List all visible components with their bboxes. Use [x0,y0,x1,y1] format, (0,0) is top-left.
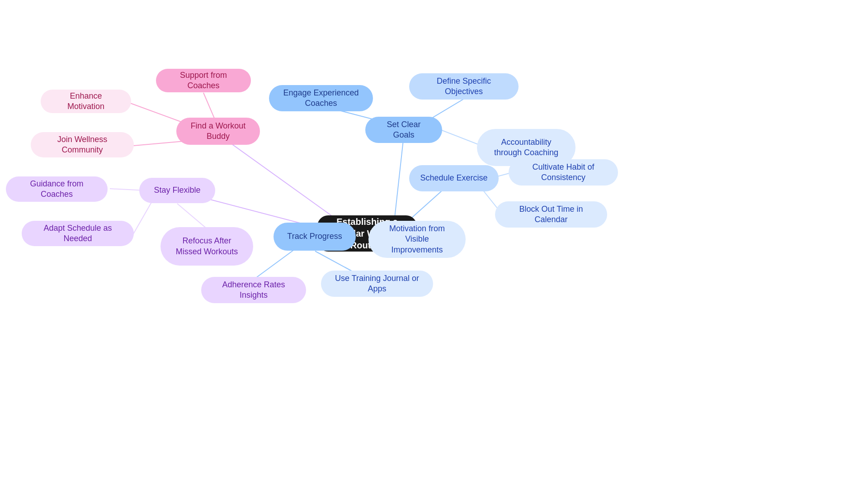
svg-line-11 [254,247,298,279]
join-wellness-node: Join Wellness Community [31,132,134,157]
adherence-rates-node: Adherence Rates Insights [201,277,306,303]
define-objectives-node: Define Specific Objectives [409,73,519,100]
find-workout-buddy-node: Find a Workout Buddy [176,118,260,145]
engage-coaches-node: Engage Experienced Coaches [269,85,373,111]
svg-line-13 [315,251,353,271]
adapt-schedule-node: Adapt Schedule as Needed [22,221,134,246]
svg-line-10 [177,204,207,228]
svg-line-0 [217,133,340,222]
schedule-exercise-node: Schedule Exercise [409,165,499,191]
motivation-visible-node: Motivation from Visible Improvements [368,221,466,258]
svg-line-16 [441,130,479,145]
set-clear-goals-node: Set Clear Goals [365,117,442,143]
refocus-missed-node: Refocus After Missed Workouts [160,227,253,266]
use-training-node: Use Training Journal or Apps [321,271,433,297]
block-time-node: Block Out Time in Calendar [495,201,607,228]
track-progress-node: Track Progress [274,223,356,251]
svg-line-3 [394,140,403,222]
support-coaches-node: Support from Coaches [156,69,251,92]
cultivate-habit-node: Cultivate Habit of Consistency [509,159,618,186]
guidance-coaches-node: Guidance from Coaches [6,176,108,202]
enhance-motivation-node: Enhance Motivation [41,90,131,113]
stay-flexible-node: Stay Flexible [139,178,215,203]
